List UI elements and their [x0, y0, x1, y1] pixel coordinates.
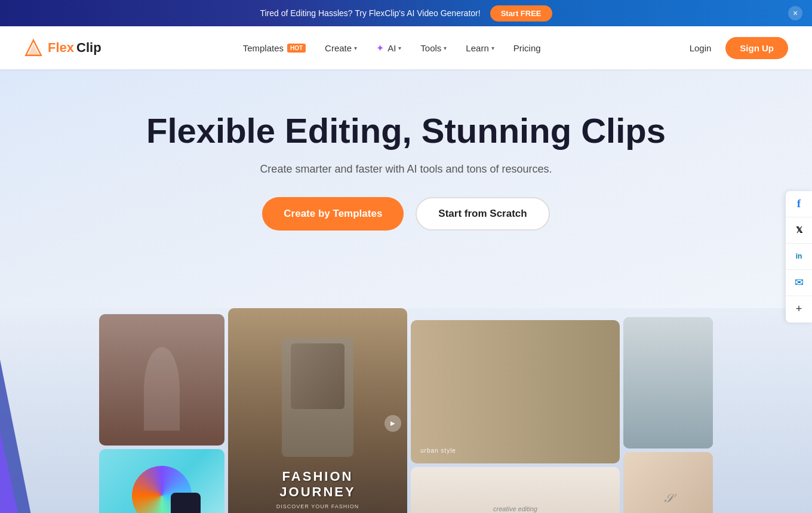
preview-card-abstract [99, 449, 224, 513]
chevron-down-icon: ▾ [354, 45, 357, 51]
hero-title: Flexible Editing, Stunning Clips [24, 111, 788, 151]
login-button[interactable]: Login [682, 38, 719, 58]
hot-badge: HOT [287, 44, 306, 53]
fashion-title-line2: JOURNEY [276, 484, 359, 500]
nav-item-create[interactable]: Create ▾ [318, 38, 364, 58]
linkedin-icon: in [796, 252, 802, 260]
social-sidebar: f 𝕏 in ✉ + [786, 191, 812, 322]
start-scratch-button[interactable]: Start from Scratch [416, 197, 549, 231]
preview-card-woman [99, 314, 224, 446]
nav-item-tools[interactable]: Tools ▾ [413, 38, 454, 58]
preview-card-right1 [623, 317, 713, 449]
nav-item-pricing[interactable]: Pricing [506, 38, 548, 58]
preview-area: FASHION JOURNEY DISCOVER YOUR FASHION ▶ … [0, 308, 812, 513]
preview-card-right2: 𝒮 [623, 452, 713, 513]
twitter-share-button[interactable]: 𝕏 [786, 217, 812, 244]
header: FlexClip Templates HOT Create ▾ ✦ AI ▾ T… [0, 26, 812, 69]
nav-item-templates[interactable]: Templates HOT [236, 38, 313, 58]
fashion-title-line1: FASHION [276, 469, 359, 484]
left-accent-decoration [0, 312, 42, 513]
fashion-card: FASHION JOURNEY DISCOVER YOUR FASHION ▶ [228, 308, 407, 513]
preview-col-2: FASHION JOURNEY DISCOVER YOUR FASHION ▶ [228, 308, 407, 513]
logo-flex-text: Flex [48, 40, 74, 56]
preview-grid: FASHION JOURNEY DISCOVER YOUR FASHION ▶ … [0, 308, 812, 513]
linkedin-share-button[interactable]: in [786, 244, 812, 270]
create-templates-button[interactable]: Create by Templates [262, 197, 404, 231]
twitter-icon: 𝕏 [796, 225, 802, 235]
banner-close-button[interactable]: × [788, 6, 802, 20]
chevron-down-icon: ▾ [398, 45, 401, 51]
preview-col-3: urban style creative editing [411, 320, 620, 513]
hero-section: Flexible Editing, Stunning Clips Create … [0, 69, 812, 308]
header-actions: Login Sign Up [682, 37, 788, 59]
logo-clip-text: Clip [76, 40, 102, 56]
banner-cta-button[interactable]: Start FREE [490, 5, 552, 21]
play-icon[interactable]: ▶ [385, 415, 401, 432]
facebook-share-button[interactable]: f [786, 191, 812, 217]
ai-star-icon: ✦ [376, 42, 384, 54]
chevron-down-icon: ▾ [444, 45, 447, 51]
logo-icon [24, 38, 43, 57]
email-share-button[interactable]: ✉ [786, 270, 812, 296]
preview-col-1 [99, 314, 224, 513]
logo[interactable]: FlexClip [24, 38, 102, 57]
hero-subtitle: Create smarter and faster with AI tools … [24, 163, 788, 176]
expand-share-button[interactable]: + [786, 296, 812, 322]
plus-icon: + [796, 303, 802, 315]
preview-card-light: creative editing [411, 467, 620, 513]
facebook-icon: f [797, 198, 801, 210]
main-nav: Templates HOT Create ▾ ✦ AI ▾ Tools ▾ Le… [236, 38, 548, 59]
nav-item-learn[interactable]: Learn ▾ [459, 38, 501, 58]
chevron-down-icon: ▾ [491, 45, 494, 51]
nav-item-ai[interactable]: ✦ AI ▾ [369, 38, 408, 59]
hero-buttons: Create by Templates Start from Scratch [24, 197, 788, 231]
top-banner: Tired of Editing Hassles? Try FlexClip's… [0, 0, 812, 26]
email-icon: ✉ [795, 276, 804, 289]
banner-text: Tired of Editing Hassles? Try FlexClip's… [260, 8, 480, 18]
preview-col-4: 𝒮 [623, 317, 713, 513]
preview-card-street: urban style [411, 320, 620, 463]
signup-button[interactable]: Sign Up [725, 37, 788, 59]
